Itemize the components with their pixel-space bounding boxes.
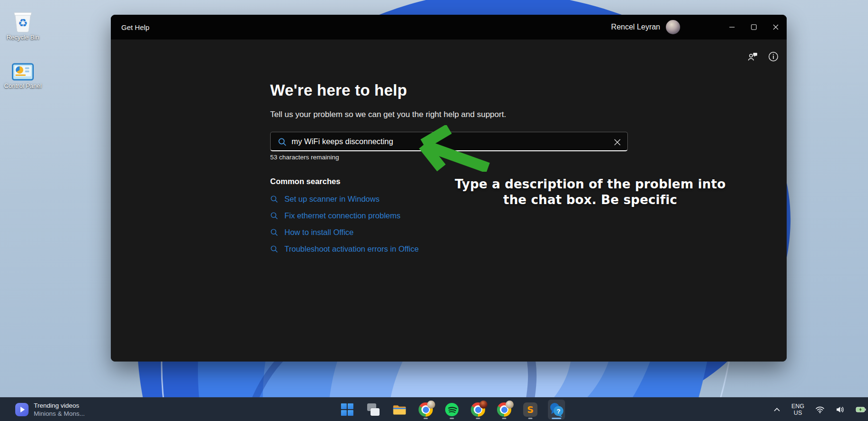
close-button[interactable] — [765, 15, 787, 39]
info-button[interactable] — [766, 49, 781, 64]
taskbar-get-help[interactable]: ? — [548, 400, 565, 420]
taskbar-app-icons: S ? — [339, 400, 565, 420]
common-search-label: Fix ethernet connection problems — [284, 211, 400, 220]
minimize-icon — [729, 24, 735, 30]
search-icon — [270, 195, 278, 203]
sublime-icon: S — [523, 402, 537, 417]
recycle-bin-icon: ♻ — [12, 10, 34, 32]
battery-button[interactable] — [854, 404, 868, 415]
file-explorer-icon — [392, 403, 407, 416]
taskbar-chrome-profile-2[interactable] — [469, 400, 487, 420]
common-search-label: How to install Office — [284, 228, 354, 237]
annotation-arrow-icon — [418, 125, 490, 172]
common-searches: Common searches Set up scanner in Window… — [270, 177, 419, 257]
common-search-label: Set up scanner in Windows — [284, 195, 380, 204]
control-panel-icon — [12, 63, 34, 81]
maximize-icon — [751, 24, 757, 30]
feedback-button[interactable] — [745, 49, 760, 64]
active-indicator — [552, 418, 561, 419]
clear-search-button[interactable] — [611, 136, 624, 148]
start-icon — [341, 403, 353, 416]
running-indicator — [476, 418, 480, 419]
common-search-label: Troubleshoot activation errors in Office — [284, 245, 419, 254]
profile-badge — [427, 401, 435, 409]
clear-icon — [614, 139, 621, 146]
svg-text:♻: ♻ — [18, 17, 28, 29]
search-icon — [270, 228, 278, 236]
language-code: ENG — [791, 403, 804, 410]
taskbar-chrome-profile-3[interactable] — [496, 400, 513, 420]
common-search-link-scanner[interactable]: Set up scanner in Windows — [270, 191, 419, 207]
widgets-play-icon — [15, 403, 29, 416]
titlebar: Get Help Rencel Leyran — [111, 15, 787, 39]
running-indicator — [502, 418, 507, 419]
profile-badge — [479, 401, 488, 409]
maximize-button[interactable] — [743, 15, 765, 39]
get-help-content: We're here to help Tell us your problem … — [111, 39, 787, 362]
page-title: We're here to help — [270, 81, 407, 99]
widget-subtitle: Minions & Mons... — [34, 410, 85, 418]
search-icon — [270, 245, 278, 253]
widgets-button[interactable]: Trending videos Minions & Mons... — [10, 400, 89, 419]
annotation-text: Type a description of the problem into t… — [455, 176, 726, 208]
battery-icon — [856, 406, 866, 413]
common-search-link-install-office[interactable]: How to install Office — [270, 224, 419, 241]
close-icon — [773, 24, 779, 30]
running-indicator — [528, 418, 533, 419]
volume-icon — [836, 406, 845, 413]
tray-overflow-button[interactable] — [771, 405, 782, 414]
taskbar-task-view-button[interactable] — [365, 400, 382, 420]
taskbar-spotify[interactable] — [443, 400, 460, 420]
desktop-icon-label: Control Panel — [1, 82, 45, 89]
system-tray: ENG US — [771, 398, 868, 421]
account-name[interactable]: Rencel Leyran — [611, 23, 660, 31]
desktop: ♻ Recycle Bin Control Panel Get Help Ren… — [0, 0, 868, 421]
get-help-icon: ? — [549, 402, 564, 417]
characters-remaining: 53 characters remaining — [270, 154, 339, 161]
desktop-icon-recycle-bin[interactable]: ♻ Recycle Bin — [1, 10, 45, 41]
taskbar-start-button[interactable] — [339, 400, 356, 420]
feedback-icon — [747, 51, 758, 62]
svg-text:?: ? — [556, 408, 560, 415]
volume-button[interactable] — [834, 404, 847, 415]
wifi-icon — [815, 406, 825, 413]
common-search-link-ethernet[interactable]: Fix ethernet connection problems — [270, 207, 419, 224]
chrome-icon — [471, 402, 485, 417]
chrome-icon — [497, 402, 511, 417]
network-button[interactable] — [813, 404, 827, 415]
search-icon — [278, 137, 287, 147]
common-search-link-activation-errors[interactable]: Troubleshoot activation errors in Office — [270, 241, 419, 257]
running-indicator — [450, 418, 454, 419]
tray-chevron-icon — [773, 407, 780, 412]
page-subtitle: Tell us your problem so we can get you t… — [270, 110, 506, 119]
running-indicator — [424, 418, 428, 419]
info-icon — [768, 51, 779, 62]
window-title: Get Help — [111, 23, 149, 31]
desktop-icon-control-panel[interactable]: Control Panel — [1, 63, 45, 89]
language-switcher[interactable]: ENG US — [790, 401, 806, 418]
taskbar-sublime-text[interactable]: S — [522, 400, 539, 420]
taskbar-file-explorer[interactable] — [391, 400, 408, 420]
spotify-icon — [445, 402, 459, 417]
search-icon — [270, 212, 278, 220]
desktop-icon-label: Recycle Bin — [1, 34, 45, 41]
taskbar-chrome-profile-1[interactable] — [417, 400, 434, 420]
common-searches-heading: Common searches — [270, 177, 419, 186]
avatar[interactable] — [666, 20, 680, 34]
region-code: US — [791, 410, 804, 416]
minimize-button[interactable] — [721, 15, 743, 39]
taskbar: Trending videos Minions & Mons... — [0, 397, 868, 421]
get-help-window: Get Help Rencel Leyran — [111, 15, 787, 362]
chrome-icon — [419, 402, 433, 417]
task-view-icon — [367, 403, 380, 416]
widget-title: Trending videos — [34, 401, 85, 410]
profile-badge — [506, 401, 514, 409]
